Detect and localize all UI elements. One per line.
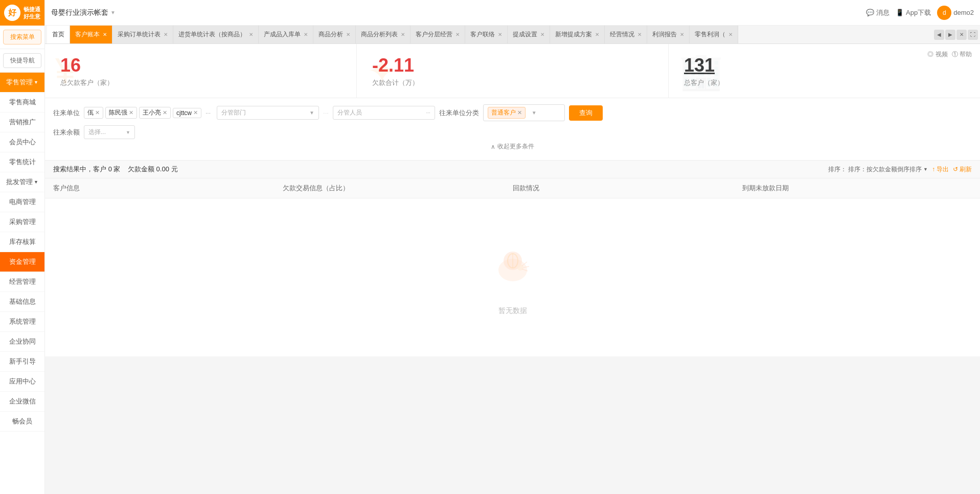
- sidebar-item-new-guide[interactable]: 新手引导: [0, 352, 44, 372]
- tab-production-inbound[interactable]: 产成品入库单 ✕: [259, 26, 313, 44]
- filter-dept-select[interactable]: 分管部门 ▼: [217, 106, 319, 120]
- stat-card-total-customers: 🏢 131 总客户（家） ◎ 视频 ① 帮助: [669, 44, 980, 98]
- tab-close-icon[interactable]: ✕: [540, 32, 544, 37]
- tab-retail-profit[interactable]: 零售利润（ ✕: [690, 26, 738, 44]
- filter-balance-select[interactable]: 选择... ▼: [84, 125, 135, 139]
- result-bar: 搜索结果中，客户 0 家 欠款金额 0.00 元 排序： 排序：按欠款金额倒序排…: [45, 161, 980, 178]
- filter-tag-close-icon[interactable]: ✕: [193, 109, 198, 116]
- filter-collapse-toggle[interactable]: ∧ 收起更多条件: [53, 139, 972, 154]
- col-header-debt: 欠款交易信息（占比）: [283, 184, 512, 193]
- account-selector[interactable]: 母婴行业演示帐套 ▼: [51, 8, 116, 17]
- sidebar-item-retail-mgmt[interactable]: 零售管理 ▼: [0, 73, 44, 93]
- sidebar-item-retail-stats[interactable]: 零售统计: [0, 152, 44, 172]
- tab-scroll-left[interactable]: ◀: [934, 30, 944, 40]
- quick-nav-button[interactable]: 快捷导航: [3, 53, 41, 68]
- query-button[interactable]: 查询: [569, 105, 603, 121]
- filter-dept-placeholder: 分管部门: [221, 108, 246, 117]
- sidebar-item-label: 电商管理: [9, 198, 36, 206]
- filter-person-select[interactable]: 分管人员 ···: [333, 106, 435, 120]
- tab-label: 零售利润（: [695, 30, 725, 39]
- tab-home[interactable]: 首页: [47, 26, 70, 44]
- tab-customer-accounts[interactable]: 客户账本 ✕: [70, 26, 112, 44]
- video-help-link[interactable]: ◎ 视频: [927, 50, 947, 59]
- sidebar-item-wholesale-mgmt[interactable]: 批发管理 ▼: [0, 172, 44, 192]
- tab-profit-report[interactable]: 利润报告 ✕: [647, 26, 690, 44]
- sidebar-item-business-mgmt[interactable]: 经营管理: [0, 272, 44, 292]
- tab-close-icon[interactable]: ✕: [103, 32, 107, 37]
- sidebar-item-ecommerce-mgmt[interactable]: 电商管理: [0, 192, 44, 212]
- filter-tag-close-icon[interactable]: ✕: [129, 109, 133, 116]
- result-debt-unit: 元: [171, 165, 178, 173]
- filter-more-tags[interactable]: ···: [203, 108, 213, 118]
- sidebar-item-purchase-mgmt[interactable]: 采购管理: [0, 212, 44, 232]
- tab-close-icon[interactable]: ✕: [249, 32, 253, 37]
- sidebar-item-basic-info[interactable]: 基础信息: [0, 292, 44, 312]
- tab-close-icon[interactable]: ✕: [728, 32, 733, 37]
- content-area: ¥ 16 总欠款客户（家） ✦ -2.11 欠款合计（万） 🏢 131 总客户（…: [45, 44, 980, 494]
- messages-button[interactable]: 💬 消息: [866, 8, 890, 17]
- sidebar-item-retail-mall[interactable]: 零售商城: [0, 93, 44, 113]
- filter-tag-text: 普通客户: [491, 108, 516, 117]
- filter-tag-unit-0[interactable]: 佤 ✕: [84, 107, 103, 119]
- tab-purchase-order-stats[interactable]: 采购订单统计表 ✕: [112, 26, 173, 44]
- tab-label: 商品分析: [318, 30, 343, 39]
- filter-tag-close-icon[interactable]: ✕: [95, 109, 100, 116]
- filter-tag-text: cjttcw: [176, 109, 192, 117]
- tab-fullscreen[interactable]: ⛶: [968, 30, 978, 40]
- sort-value: 排序：按欠款金额倒序排序: [848, 165, 922, 174]
- sidebar-item-enterprise-collab[interactable]: 企业协同: [0, 332, 44, 352]
- filter-tag-close-icon[interactable]: ✕: [163, 109, 167, 116]
- app-download-label: App下载: [906, 8, 931, 17]
- filter-tag-unit-1[interactable]: 陈民强 ✕: [105, 107, 137, 119]
- tab-close-icon[interactable]: ✕: [680, 32, 684, 37]
- filter-tag-close-icon[interactable]: ✕: [517, 109, 522, 116]
- tab-product-analysis-list[interactable]: 商品分析列表 ✕: [356, 26, 411, 44]
- sidebar-item-app-center[interactable]: 应用中心: [0, 372, 44, 392]
- tab-close-icon[interactable]: ✕: [401, 32, 405, 37]
- sidebar-item-enterprise-wechat[interactable]: 企业微信: [0, 392, 44, 412]
- tabbar-arrows: ◀ ▶ ✕ ⛶: [934, 30, 978, 40]
- col-header-repay: 回款情况: [513, 184, 742, 193]
- tab-add-promotion[interactable]: 新增提成方案 ✕: [550, 26, 605, 44]
- sort-selector[interactable]: 排序： 排序：按欠款金额倒序排序 ▼: [828, 165, 928, 174]
- refresh-button[interactable]: ↺ 刷新: [953, 165, 972, 174]
- result-actions: 排序： 排序：按欠款金额倒序排序 ▼ ↑ 导出 ↺ 刷新: [828, 165, 972, 174]
- filter-unit-type-select[interactable]: 普通客户 ✕ ▼: [483, 104, 565, 121]
- sidebar-item-marketing-promo[interactable]: 营销推广: [0, 113, 44, 132]
- tab-close-icon[interactable]: ✕: [637, 32, 642, 37]
- tab-close-icon[interactable]: ✕: [455, 32, 460, 37]
- sidebar-item-label: 采购管理: [9, 218, 36, 226]
- user-profile[interactable]: d demo2: [937, 6, 974, 20]
- sidebar-item-member-center[interactable]: 会员中心: [0, 132, 44, 152]
- tab-close-all[interactable]: ✕: [956, 30, 967, 40]
- tab-product-analysis[interactable]: 商品分析 ✕: [313, 26, 356, 44]
- tab-label: 经营情况: [610, 30, 634, 39]
- tab-customer-contact[interactable]: 客户联络 ✕: [465, 26, 508, 44]
- sidebar-item-inventory-check[interactable]: 库存核算: [0, 232, 44, 252]
- messages-label: 消息: [876, 8, 890, 17]
- tab-business-status[interactable]: 经营情况 ✕: [605, 26, 647, 44]
- sidebar-item-system-mgmt[interactable]: 系统管理: [0, 312, 44, 332]
- tab-close-icon[interactable]: ✕: [498, 32, 502, 37]
- help-link[interactable]: ① 帮助: [952, 50, 972, 59]
- download-icon: 📱: [896, 9, 904, 16]
- tab-customer-segment[interactable]: 客户分层经营 ✕: [411, 26, 465, 44]
- sidebar-item-label: 会员中心: [9, 138, 36, 146]
- sidebar-item-member-plus[interactable]: 畅会员: [0, 412, 44, 432]
- export-button[interactable]: ↑ 导出: [932, 165, 949, 174]
- sidebar-item-finance-mgmt[interactable]: 资金管理: [0, 252, 44, 272]
- tab-close-icon[interactable]: ✕: [304, 32, 308, 37]
- tab-inbound-stats[interactable]: 进货单统计表（按商品） ✕: [173, 26, 259, 44]
- export-icon: ↑: [932, 166, 935, 173]
- filter-tag-unit-2[interactable]: 王小亮 ✕: [139, 107, 171, 119]
- tab-promotion-settings[interactable]: 提成设置 ✕: [508, 26, 550, 44]
- tab-scroll-right[interactable]: ▶: [945, 30, 955, 40]
- app-download-button[interactable]: 📱 App下载: [896, 8, 931, 17]
- tab-close-icon[interactable]: ✕: [164, 32, 168, 37]
- search-menu-button[interactable]: 搜索菜单: [3, 30, 41, 44]
- result-count: 0: [108, 165, 112, 173]
- tab-label: 首页: [52, 30, 64, 39]
- filter-tag-unit-3[interactable]: cjttcw ✕: [173, 108, 201, 118]
- tab-close-icon[interactable]: ✕: [595, 32, 599, 37]
- tab-close-icon[interactable]: ✕: [346, 32, 350, 37]
